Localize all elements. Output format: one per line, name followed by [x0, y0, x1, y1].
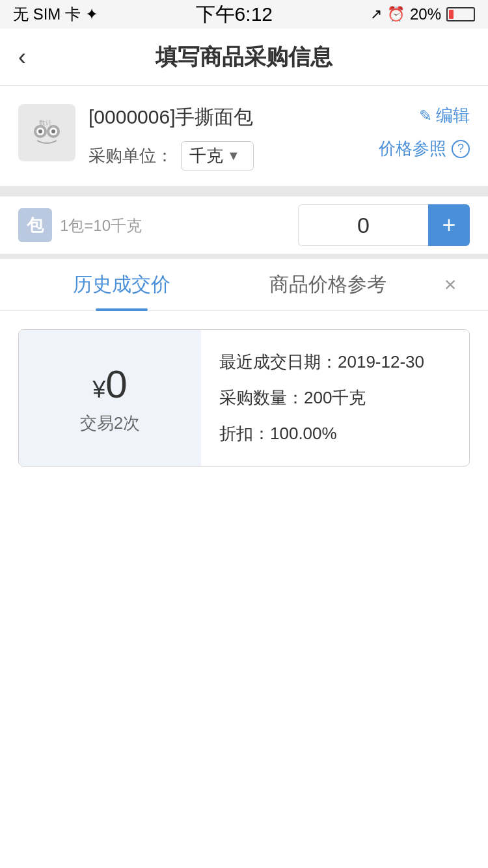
product-section: 数计 [0000006]手撕面包 采购单位： 千克 ▼ ✎ [0, 86, 488, 186]
unit-value: 千克 [189, 144, 223, 167]
status-right: ↗ ⏰ 20% [370, 5, 475, 23]
discount-label: 折扣： [219, 424, 270, 443]
card-left: ¥0 交易2次 [19, 330, 201, 466]
product-actions: ✎ 编辑 价格参照 ? [379, 104, 470, 160]
section-divider [0, 186, 488, 197]
product-unit-row: 采购单位： 千克 ▼ [88, 141, 254, 170]
quantity-right: + [298, 204, 470, 246]
back-button[interactable]: ‹ [18, 44, 26, 71]
nav-bar: ‹ 填写商品采购信息 [0, 29, 488, 86]
card-right: 最近成交日期：2019-12-30 采购数量：200千克 折扣：100.00% [201, 330, 469, 466]
card-area: ¥0 交易2次 最近成交日期：2019-12-30 采购数量：200千克 折扣：… [0, 311, 488, 485]
svg-point-5 [51, 129, 55, 133]
quantity-conversion: 1包=10千克 [60, 215, 142, 236]
status-left: 无 SIM 卡 ✦ [13, 4, 98, 25]
battery-percent: 20% [410, 5, 441, 23]
owl-logo: 数计 [27, 113, 66, 152]
product-name: [0000006]手撕面包 [88, 104, 254, 131]
product-info: [0000006]手撕面包 采购单位： 千克 ▼ [88, 104, 254, 170]
svg-text:数计: 数计 [39, 119, 52, 126]
bottom-area [0, 485, 488, 868]
unit-dropdown-arrow: ▼ [227, 148, 240, 163]
discount-value: 100.00% [270, 424, 337, 443]
quantity-plus-button[interactable]: + [428, 204, 470, 246]
quantity-left: 包 1包=10千克 [18, 208, 142, 242]
detail-discount: 折扣：100.00% [219, 421, 451, 446]
price-number: 0 [105, 362, 127, 406]
tab-bar: 历史成交价 商品价格参考 × [0, 259, 488, 311]
unit-label: 采购单位： [88, 144, 173, 167]
tab-section: 历史成交价 商品价格参考 × ¥0 交易2次 最近成交日期：2019-12-30… [0, 259, 488, 485]
unit-select[interactable]: 千克 ▼ [181, 141, 254, 170]
detail-quantity: 采购数量：200千克 [219, 385, 451, 411]
quantity-input[interactable] [298, 204, 428, 246]
sim-label: 无 SIM 卡 ✦ [13, 4, 98, 25]
price-ref-icon: ? [452, 140, 470, 158]
alarm-icon: ⏰ [387, 6, 405, 23]
date-value: 2019-12-30 [338, 352, 424, 372]
quantity-unit-box: 包 [18, 208, 52, 242]
quantity-label: 采购数量： [219, 388, 304, 407]
price-card: ¥0 交易2次 最近成交日期：2019-12-30 采购数量：200千克 折扣：… [18, 329, 470, 467]
svg-point-4 [38, 129, 42, 133]
battery-icon [446, 7, 475, 21]
status-time: 下午6:12 [196, 1, 273, 28]
price-display: ¥0 [92, 362, 127, 407]
location-icon: ↗ [370, 6, 382, 23]
tab-history-price[interactable]: 历史成交价 [18, 259, 224, 311]
edit-label: 编辑 [436, 104, 470, 127]
quantity-row: 包 1包=10千克 + [0, 197, 488, 254]
currency-symbol: ¥ [92, 376, 105, 403]
page-title: 填写商品采购信息 [156, 42, 332, 72]
product-logo: 数计 [18, 104, 75, 161]
edit-icon: ✎ [419, 107, 432, 125]
quantity-value: 200千克 [304, 388, 366, 407]
price-ref-label: 价格参照 [379, 137, 446, 160]
detail-date: 最近成交日期：2019-12-30 [219, 349, 451, 375]
tab-close-button[interactable]: × [431, 265, 470, 305]
product-image: 数计 [27, 113, 66, 152]
edit-button[interactable]: ✎ 编辑 [419, 104, 470, 127]
status-bar: 无 SIM 卡 ✦ 下午6:12 ↗ ⏰ 20% [0, 0, 488, 29]
tab-product-price-ref[interactable]: 商品价格参考 [224, 259, 431, 311]
date-label: 最近成交日期： [219, 352, 338, 372]
price-ref-button[interactable]: 价格参照 ? [379, 137, 470, 160]
trade-count: 交易2次 [80, 412, 140, 435]
